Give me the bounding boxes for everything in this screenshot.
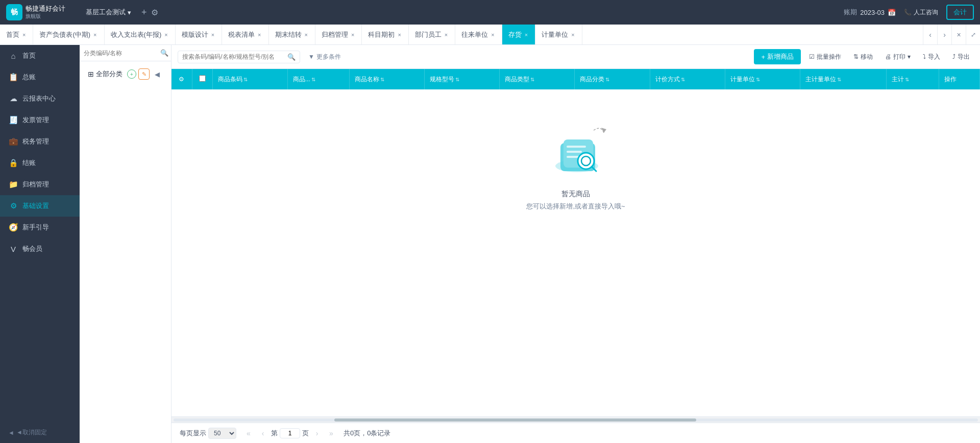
tab-close-6[interactable]: × (350, 31, 355, 38)
import-btn[interactable]: ⤵ 导入 (919, 51, 944, 63)
col-main-unit[interactable]: 主计量单位⇅ (800, 69, 887, 89)
tab-close-4[interactable]: × (257, 31, 262, 38)
tab-close-all[interactable]: × (951, 25, 966, 45)
col-name[interactable]: 商品名称⇅ (349, 69, 424, 89)
tab-item-3[interactable]: 模版设计× (176, 25, 222, 44)
add-product-btn[interactable]: + 新增商品 (754, 49, 801, 64)
more-filter-btn[interactable]: ▼ 更多条件 (304, 51, 345, 63)
sidebar-item-发票管理[interactable]: 🧾发票管理 (0, 109, 80, 131)
sidebar-item-首页[interactable]: ⌂首页 (0, 45, 80, 66)
tab-close-9[interactable]: × (490, 31, 495, 38)
tab-nav-next[interactable]: › (937, 25, 951, 45)
sidebar-item-云报表中心[interactable]: ☁云报表中心 (0, 88, 80, 109)
page-size-select: 每页显示 20 50 100 (180, 428, 236, 439)
tab-close-3[interactable]: × (210, 31, 215, 38)
sidebar-item-税务管理[interactable]: 💼税务管理 (0, 131, 80, 152)
export-btn[interactable]: ⤴ 导出 (948, 51, 974, 63)
table-settings-col[interactable]: ⚙ (172, 69, 192, 89)
company-selector[interactable]: 基层工会测试 ▾ (82, 6, 135, 19)
tab-expand[interactable]: ⤢ (966, 25, 980, 45)
page-last-btn[interactable]: » (325, 427, 337, 439)
tab-nav-prev[interactable]: ‹ (923, 25, 937, 45)
tab-close-5[interactable]: × (304, 31, 309, 38)
tab-item-7[interactable]: 科目期初× (362, 25, 408, 44)
sidebar-item-新手引导[interactable]: 🧭新手引导 (0, 217, 80, 238)
tab-label-3: 模版设计 (182, 30, 208, 39)
tab-label-9: 往来单位 (461, 30, 488, 39)
page-first-btn[interactable]: « (242, 427, 255, 439)
category-search-input[interactable] (84, 50, 160, 57)
category-edit-icon[interactable]: ✎ (138, 68, 150, 80)
tab-close-7[interactable]: × (397, 31, 402, 38)
tab-item-0[interactable]: 首页× (0, 25, 33, 44)
product-search-icon[interactable]: 🔍 (287, 53, 296, 61)
category-add-icon[interactable]: + (127, 69, 136, 79)
sidebar-item-畅会员[interactable]: V畅会员 (0, 238, 80, 260)
tab-close-2[interactable]: × (163, 31, 168, 38)
tab-item-5[interactable]: 期末结转× (269, 25, 315, 44)
col-barcode[interactable]: 商品条码⇅ (212, 69, 287, 89)
category-grid-icon: ⊞ (88, 70, 94, 78)
sort-unit-icon: ⇅ (756, 77, 760, 82)
category-all-item[interactable]: ⊞ 全部分类 + ✎ ◀ (84, 65, 167, 83)
col-spec[interactable]: 规格型号⇅ (425, 69, 500, 89)
tab-close-8[interactable]: × (444, 31, 449, 38)
sidebar-icon-7: ⚙ (8, 201, 18, 211)
product-search-input[interactable] (182, 53, 284, 60)
bottom-bar: 每页显示 20 50 100 « ‹ 第 页 › (172, 423, 980, 443)
sidebar-item-归档管理[interactable]: 📁归档管理 (0, 174, 80, 195)
sidebar-item-结账[interactable]: 🔒结账 (0, 152, 80, 174)
col-operation: 操作 (939, 69, 980, 89)
calendar-icon[interactable]: 📅 (888, 9, 896, 16)
category-search-icon[interactable]: 🔍 (160, 49, 168, 57)
sidebar-icon-5: 🔒 (8, 158, 18, 168)
settings-icon[interactable]: ⚙ (151, 8, 158, 17)
col-price-method[interactable]: 计价方式⇅ (650, 69, 725, 89)
sort-name-icon: ⇅ (380, 77, 384, 82)
tab-item-4[interactable]: 税表清单× (222, 25, 268, 44)
tab-item-2[interactable]: 收入支出表(年报)× (105, 25, 176, 44)
tab-item-9[interactable]: 往来单位× (455, 25, 502, 44)
tab-item-6[interactable]: 归档管理× (315, 25, 362, 44)
account-btn[interactable]: 会计 (946, 5, 974, 20)
col-type[interactable]: 商品类型⇅ (500, 69, 575, 89)
scroll-track[interactable] (174, 418, 978, 422)
tab-close-0[interactable]: × (21, 31, 27, 38)
table-checkbox-col[interactable] (192, 69, 212, 89)
page-size-dropdown[interactable]: 20 50 100 (208, 428, 236, 439)
customer-service-btn[interactable]: 📞 人工咨询 (900, 6, 942, 19)
scroll-thumb[interactable] (334, 418, 696, 422)
sidebar-label-9: 畅会员 (22, 244, 42, 253)
print-btn[interactable]: 🖨 打印 ▾ (881, 51, 915, 63)
col-code[interactable]: 商品...⇅ (287, 69, 349, 89)
category-collapse-btn[interactable]: ◀ (152, 68, 163, 80)
tab-close-1[interactable]: × (92, 31, 97, 38)
add-company-icon[interactable]: + (141, 7, 147, 18)
sidebar-item-基础设置[interactable]: ⚙基础设置 (0, 195, 80, 217)
app-name-block: 畅捷通好会计 旗舰版 (26, 5, 65, 20)
page-prev-btn[interactable]: ‹ (257, 427, 269, 439)
sidebar-label-6: 归档管理 (22, 180, 49, 189)
tab-close-10[interactable]: × (524, 31, 529, 38)
sidebar-unfix-btn[interactable]: ◄ ◄取消固定 (0, 422, 80, 443)
col-main-count[interactable]: 主计⇅ (887, 69, 939, 89)
move-btn[interactable]: ⇅ 移动 (849, 51, 877, 63)
sidebar-item-总账[interactable]: 📋总账 (0, 66, 80, 88)
tab-label-1: 资产负债表(中期) (39, 30, 90, 39)
page-next-btn[interactable]: › (311, 427, 323, 439)
company-name: 基层工会测试 (86, 8, 126, 17)
tab-close-11[interactable]: × (570, 31, 575, 38)
tab-item-11[interactable]: 计量单位× (535, 25, 582, 44)
page-size-label: 每页显示 (180, 429, 206, 438)
page-number-input[interactable] (280, 428, 300, 438)
batch-op-btn[interactable]: ☑ 批量操作 (805, 51, 845, 63)
tab-item-10[interactable]: 存货× (502, 25, 535, 44)
tab-item-8[interactable]: 部门员工× (409, 25, 455, 44)
horizontal-scrollbar[interactable] (172, 416, 980, 423)
select-all-checkbox[interactable] (199, 75, 206, 82)
print-arrow: ▾ (908, 53, 911, 60)
col-category[interactable]: 商品分类⇅ (575, 69, 650, 89)
tab-item-1[interactable]: 资产负债表(中期)× (33, 25, 104, 44)
col-unit[interactable]: 计量单位⇅ (725, 69, 800, 89)
move-label: 移动 (861, 53, 873, 61)
